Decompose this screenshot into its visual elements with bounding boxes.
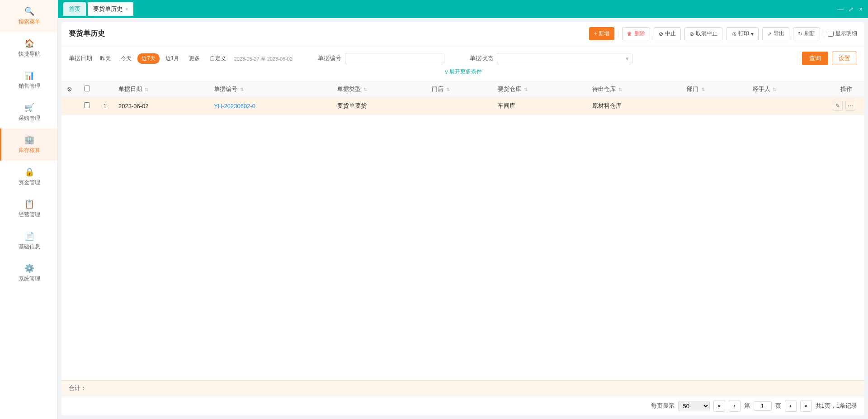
col-operation: 操作 (828, 81, 864, 97)
pagination: 每页显示 20 50 100 200 « ‹ 第 页 › » 共1页，1条记录 (61, 396, 864, 415)
row-num: 1 (96, 97, 114, 115)
col-pending-warehouse[interactable]: 待出仓库 ⇅ (588, 81, 682, 97)
status-label: 单据状态 (470, 54, 493, 62)
row-doc-no: YH-20230602-0 (209, 97, 333, 115)
sort-arrow-pend-wh: ⇅ (618, 87, 622, 92)
date-btn-7days[interactable]: 近7天 (137, 53, 160, 64)
sidebar-item-quick-nav[interactable]: 🏠 快捷导航 (0, 32, 57, 64)
date-filter-label: 单据日期 (69, 54, 92, 62)
date-range-text: 2023-05-27 至 2023-06-02 (234, 56, 292, 62)
sidebar-item-base-info[interactable]: 📄 基础信息 (0, 225, 57, 257)
base-info-icon: 📄 (24, 231, 34, 241)
col-settings[interactable]: ⚙ (61, 81, 78, 97)
sort-arrow-date: ⇅ (145, 87, 148, 92)
tab-close-icon[interactable]: × (125, 6, 128, 12)
sidebar-item-operations[interactable]: 📋 经营管理 (0, 193, 57, 225)
table-row: 1 2023-06-02 YH-20230602-0 要货单要货 车间库 原材料… (61, 97, 864, 115)
date-filter-group: 单据日期 昨天 今天 近7天 近1月 更多 自定义 2023-05-27 至 2… (69, 53, 292, 64)
sidebar-item-inventory[interactable]: 🏢 库存核算 (0, 129, 57, 161)
tab-home-label: 首页 (69, 5, 80, 13)
page-label: 第 (744, 402, 750, 410)
next-page-button[interactable]: › (785, 400, 797, 412)
new-button[interactable]: + 新增 (589, 27, 614, 40)
action-buttons: 查询 设置 (802, 52, 857, 65)
sidebar-item-finance[interactable]: 🔒 资金管理 (0, 161, 57, 193)
system-icon: ⚙️ (24, 263, 34, 273)
tab-home[interactable]: 首页 (63, 2, 86, 16)
sales-icon: 📊 (24, 71, 34, 81)
sidebar-item-label: 资金管理 (19, 179, 40, 186)
date-btn-more[interactable]: 更多 (185, 53, 204, 64)
window-minimize-btn[interactable]: — (837, 6, 843, 13)
sidebar-item-sales[interactable]: 📊 销售管理 (0, 64, 57, 96)
show-detail-checkbox[interactable] (828, 31, 834, 37)
col-handler[interactable]: 经手人 ⇅ (748, 81, 828, 97)
window-maximize-btn[interactable]: ⤢ (849, 6, 854, 13)
prev-page-button[interactable]: ‹ (729, 400, 741, 412)
col-store[interactable]: 门店 ⇅ (427, 81, 493, 97)
col-doc-date[interactable]: 单据日期 ⇅ (114, 81, 209, 97)
content-wrapper: 要货单历史 + 新增 🗑 删除 ⊘ 中止 ⊘ 取消中止 🖨 打印 (58, 18, 868, 419)
doc-no-input[interactable] (345, 53, 444, 64)
doc-no-link[interactable]: YH-20230602-0 (214, 103, 255, 110)
sidebar-item-system[interactable]: ⚙️ 系统管理 (0, 257, 57, 289)
page-title: 要货单历史 (69, 29, 585, 38)
show-detail-label[interactable]: 显示明细 (828, 30, 857, 38)
window-close-btn[interactable]: × (859, 6, 863, 13)
print-icon: 🖨 (731, 31, 736, 37)
row-req-warehouse: 车间库 (493, 97, 588, 115)
cancel-stop-icon: ⊘ (689, 31, 694, 37)
sidebar-item-label: 采购管理 (19, 114, 40, 122)
cancel-stop-button[interactable]: ⊘ 取消中止 (684, 27, 722, 40)
col-num (96, 81, 114, 97)
sort-arrow-no: ⇅ (240, 87, 244, 92)
page-size-select[interactable]: 20 50 100 200 (678, 401, 710, 411)
sidebar-item-label: 经营管理 (19, 211, 40, 219)
col-req-warehouse[interactable]: 要货仓库 ⇅ (493, 81, 588, 97)
row-dept (682, 97, 748, 115)
finance-icon: 🔒 (24, 167, 34, 177)
toolbar-separator-2 (824, 30, 824, 38)
date-btn-1month[interactable]: 近1月 (161, 53, 184, 64)
first-page-button[interactable]: « (713, 400, 725, 412)
search-icon: 🔍 (24, 6, 34, 16)
date-btn-yesterday[interactable]: 昨天 (96, 53, 115, 64)
tab-requisition-history[interactable]: 要货单历史 × (88, 2, 133, 16)
row-edit-icon[interactable]: ✎ (833, 101, 843, 111)
sidebar-item-search[interactable]: 🔍 搜索菜单 (0, 0, 57, 32)
total-info: 共1页，1条记录 (816, 402, 857, 410)
col-doc-type[interactable]: 单据类型 ⇅ (333, 81, 427, 97)
sidebar-item-label: 搜索菜单 (19, 18, 40, 26)
sidebar-item-label: 基础信息 (19, 243, 40, 251)
date-btn-custom[interactable]: 自定义 (206, 53, 230, 64)
purchase-icon: 🛒 (24, 103, 34, 113)
row-more-icon[interactable]: ⋯ (845, 101, 855, 111)
page-number-input[interactable] (754, 401, 772, 411)
sidebar-item-purchase[interactable]: 🛒 采购管理 (0, 96, 57, 129)
export-button[interactable]: ↗ 导出 (762, 27, 789, 40)
col-dept[interactable]: 部门 ⇅ (682, 81, 748, 97)
date-btn-today[interactable]: 今天 (117, 53, 136, 64)
filter-row-1: 单据日期 昨天 今天 近7天 近1月 更多 自定义 2023-05-27 至 2… (69, 52, 857, 65)
setting-button[interactable]: 设置 (832, 52, 857, 65)
expand-more-button[interactable]: ∨ 展开更多条件 (444, 68, 482, 76)
sidebar-item-label: 快捷导航 (19, 50, 40, 58)
col-checkbox (78, 81, 96, 97)
delete-button[interactable]: 🗑 删除 (622, 27, 650, 40)
col-doc-no[interactable]: 单据编号 ⇅ (209, 81, 333, 97)
delete-icon: 🗑 (627, 31, 632, 37)
row-doc-date: 2023-06-02 (114, 97, 209, 115)
status-input[interactable] (497, 53, 632, 64)
row-checkbox[interactable] (84, 102, 90, 108)
last-page-button[interactable]: » (800, 400, 812, 412)
print-dropdown-icon: ▾ (751, 31, 754, 37)
print-button[interactable]: 🖨 打印 ▾ (726, 27, 759, 40)
refresh-button[interactable]: ↻ 刷新 (793, 27, 820, 40)
select-all-checkbox[interactable] (84, 86, 90, 91)
row-doc-type: 要货单要货 (333, 97, 427, 115)
query-button[interactable]: 查询 (802, 52, 828, 65)
data-table: ⚙ 单据日期 ⇅ 单据编号 ⇅ (61, 81, 864, 115)
stop-button[interactable]: ⊘ 中止 (654, 27, 681, 40)
sidebar: 🔍 搜索菜单 🏠 快捷导航 📊 销售管理 🛒 采购管理 🏢 库存核算 🔒 资金管… (0, 0, 58, 419)
table-header-row: ⚙ 单据日期 ⇅ 单据编号 ⇅ (61, 81, 864, 97)
